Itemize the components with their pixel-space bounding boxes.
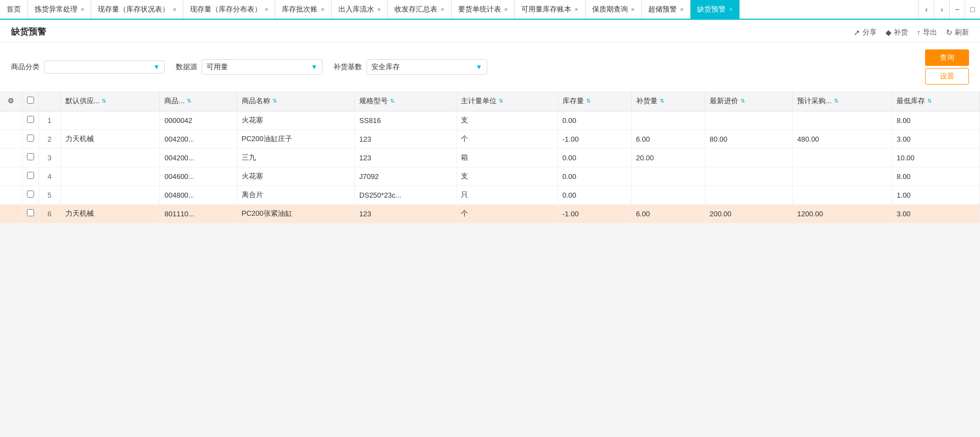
category-filter-group: 商品分类 ▼ [11,60,165,74]
row-checkbox-cell-2[interactable] [22,148,38,167]
tab-nav-maximize[interactable]: □ [965,0,980,19]
tab-close-3[interactable]: × [265,6,268,13]
th-spec-label: 规格型号 [359,96,388,106]
row-checkbox-3[interactable] [27,172,34,179]
row-supplier-3 [60,167,160,186]
row-min-stock-3: 8.00 [892,167,980,186]
th-product-code[interactable]: 商品... ⇅ [160,91,237,111]
row-stock-5: -1.00 [558,204,631,223]
th-product-name-label: 商品名称 [242,96,270,106]
tab-close-10[interactable]: × [680,6,683,13]
settings-button[interactable]: 设置 [925,68,969,85]
tab-picking-exception[interactable]: 拣货异常处理 × [28,0,91,19]
row-gear-1 [0,130,22,148]
row-num-1: 2 [38,130,60,148]
sort-icon-replenish: ⇅ [660,98,664,104]
tab-close-9[interactable]: × [631,6,634,13]
row-spec-4: DS250*23c... [355,186,456,204]
th-est-purchase[interactable]: 预计采购... ⇅ [793,91,892,111]
tab-nav-minimize[interactable]: − [949,0,965,19]
th-replenish-qty[interactable]: 补货量 ⇅ [631,91,705,111]
th-spec[interactable]: 规格型号 ⇅ [355,91,456,111]
share-button[interactable]: ➚ 分享 [854,27,877,37]
tab-nav-next[interactable]: › [934,0,949,19]
tab-close-7[interactable]: × [504,6,508,13]
table-row: 6 力天机械 801110... PC200张紧油缸 123 个 -1.00 6… [0,204,980,223]
tab-close-8[interactable]: × [575,6,578,13]
sort-icon-unit: ⇅ [499,98,503,104]
th-stock-qty[interactable]: 库存量 ⇅ [558,91,631,111]
row-unit-4: 只 [456,186,558,204]
tab-expiry-query[interactable]: 保质期查询 × [586,0,642,19]
row-spec-0: SS816 [355,111,456,130]
row-name-1: PC200油缸庄子 [237,130,354,148]
th-latest-price[interactable]: 最新进价 ⇅ [705,91,793,111]
tab-close-2[interactable]: × [172,6,176,13]
datasource-label: 数据源 [176,62,197,72]
query-button[interactable]: 查询 [925,49,969,66]
th-checkbox[interactable] [22,91,38,111]
share-icon: ➚ [854,28,860,37]
sort-icon-supplier: ⇅ [102,98,106,104]
tab-stock-dist[interactable]: 现存量（库存分布表） × [183,0,275,19]
tab-close-1[interactable]: × [81,6,84,13]
tab-recv-summary[interactable]: 收发存汇总表 × [388,0,451,19]
row-checkbox-cell-1[interactable] [22,130,38,148]
row-supplier-2 [60,148,160,167]
table-container: ⚙ 默认供应... ⇅ 商品.. [0,91,980,223]
tab-requisition-stats[interactable]: 要货单统计表 × [452,0,515,19]
row-stock-2: 0.00 [558,148,631,167]
row-unit-2: 箱 [456,148,558,167]
row-name-5: PC200张紧油缸 [237,204,354,223]
tab-stock-status[interactable]: 现存量（库存状况表） × [91,0,183,19]
row-supplier-4 [60,186,160,204]
replenish-base-select[interactable]: 安全库存 ▼ [366,59,487,75]
row-checkbox-0[interactable] [27,116,34,123]
row-gear-4 [0,186,22,204]
th-product-name[interactable]: 商品名称 ⇅ [237,91,354,111]
tab-nav-buttons: ‹ › − □ [918,0,980,19]
row-gear-5 [0,204,22,223]
table-row: 1 0000042 火花塞 SS816 支 0.00 8.00 [0,111,980,130]
select-all-checkbox[interactable] [27,97,34,104]
row-checkbox-cell-5[interactable] [22,204,38,223]
th-default-supplier[interactable]: 默认供应... ⇅ [60,91,160,111]
row-gear-0 [0,111,22,130]
tab-overstock-warning[interactable]: 超储预警 × [642,0,691,19]
tab-close-4[interactable]: × [321,6,324,13]
th-min-stock[interactable]: 最低库存 ⇅ [892,91,980,111]
tab-home[interactable]: 首页 [0,0,28,19]
replenish-button[interactable]: ◆ 补货 [886,27,908,37]
tab-close-6[interactable]: × [441,6,444,13]
row-checkbox-cell-3[interactable] [22,167,38,186]
table-row: 4 004600... 火花塞 J7092 支 0.00 8.00 [0,167,980,186]
th-unit[interactable]: 主计量单位 ⇅ [456,91,558,111]
table-body: 1 0000042 火花塞 SS816 支 0.00 8.00 2 力天机械 0… [0,111,980,223]
tab-shortage-warning[interactable]: 缺货预警 × [691,0,739,19]
th-latest-price-label: 最新进价 [710,96,738,106]
category-select[interactable]: ▼ [44,60,165,74]
row-checkbox-2[interactable] [27,153,34,160]
row-price-2 [705,148,793,167]
export-button[interactable]: ↑ 导出 [917,27,937,37]
tab-inout-flow[interactable]: 出入库流水 × [332,0,388,19]
refresh-button[interactable]: ↻ 刷新 [946,27,969,37]
replenish-base-select-value: 安全库存 [371,62,474,72]
tab-close-5[interactable]: × [377,6,381,13]
th-gear[interactable]: ⚙ [0,91,22,111]
row-est-0 [793,111,892,130]
row-checkbox-5[interactable] [27,209,34,216]
row-min-stock-0: 8.00 [892,111,980,130]
row-min-stock-4: 1.00 [892,186,980,204]
datasource-filter-group: 数据源 可用量 ▼ [176,59,322,75]
row-num-4: 5 [38,186,60,204]
tab-nav-prev[interactable]: ‹ [918,0,934,19]
row-checkbox-cell-4[interactable] [22,186,38,204]
row-checkbox-4[interactable] [27,191,34,198]
tab-close-11[interactable]: × [729,6,732,13]
row-checkbox-cell-0[interactable] [22,111,38,130]
tab-batch-account[interactable]: 库存批次账 × [275,0,331,19]
datasource-select[interactable]: 可用量 ▼ [202,59,322,75]
tab-available-ledger[interactable]: 可用量库存账本 × [515,0,585,19]
row-checkbox-1[interactable] [27,135,34,142]
